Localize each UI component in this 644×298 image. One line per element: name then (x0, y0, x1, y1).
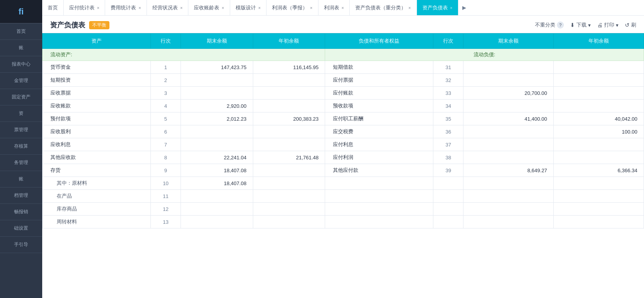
table-row: 货币资金 1 147,423.75 116,145.95 短期借款 31 (43, 61, 644, 74)
year-start-amount2: 100.00 (554, 125, 644, 138)
tab-close-balance[interactable]: × (450, 5, 453, 10)
row-number2 (433, 177, 463, 190)
tab-ar-aging[interactable]: 应收账龄表 × (188, 0, 230, 16)
row-number2: 32 (433, 74, 463, 87)
period-end-amount: 22,241.04 (181, 151, 253, 164)
liability-label: 其他应付款 (325, 164, 433, 177)
year-start-amount2 (554, 151, 644, 164)
year-start-amount2 (554, 138, 644, 151)
period-end-amount (181, 203, 253, 216)
period-end-amount2 (463, 61, 554, 74)
asset-label: 应收账款 (43, 100, 151, 112)
table-row: 在产品 11 (43, 190, 644, 203)
asset-label: 短期投资 (43, 74, 151, 87)
header-period-end2: 期末余额 (463, 34, 554, 49)
tab-payable-stats[interactable]: 应付统计表 × (64, 0, 105, 16)
period-end-amount2: 20,700.00 (463, 87, 554, 100)
table-row: 预付款项 5 2,012.23 200,383.23 应付职工薪酬 35 41,… (43, 112, 644, 125)
liability-label: 短期借款 (325, 61, 433, 74)
tab-close-payable-stats[interactable]: × (97, 5, 99, 10)
tab-close-operations[interactable]: × (180, 5, 182, 10)
sidebar-item-home[interactable]: 首页 (0, 23, 42, 40)
sidebar-item-settings[interactable]: 础设置 (0, 220, 42, 237)
period-end-amount (181, 74, 253, 87)
period-end-amount2 (463, 138, 554, 151)
asset-label: 其他应收款 (43, 151, 151, 164)
header-assets: 资产 (43, 34, 151, 49)
sidebar-item-expense[interactable]: 畅报销 (0, 204, 42, 220)
sidebar: fi 首页 账 报表中心 金管理 固定资产 资 票管理 存核算 务管理 账 档管… (0, 0, 42, 298)
tab-close-ar-aging[interactable]: × (222, 5, 224, 10)
liability-label (325, 216, 433, 228)
header-row-num2: 行次 (433, 34, 463, 49)
row-number2: 31 (433, 61, 463, 74)
sidebar-item-affairs[interactable]: 务管理 (0, 155, 42, 171)
year-start-amount2 (554, 74, 644, 87)
row-number2: 34 (433, 100, 463, 112)
period-end-amount2 (463, 100, 554, 112)
tab-close-template[interactable]: × (258, 5, 261, 10)
liability-label: 应付票据 (325, 74, 433, 87)
row-number2: 38 (433, 151, 463, 164)
print-icon: 🖨 (597, 22, 603, 28)
tab-profit-quarterly[interactable]: 利润表（季报） × (267, 0, 318, 16)
year-start-amount: 200,383.23 (253, 112, 325, 125)
period-end-amount: 2,012.23 (181, 112, 253, 125)
tab-balance-reclassify[interactable]: 资产负债表（重分类） × (350, 0, 417, 16)
balance-sheet-table: 资产 行次 期末余额 年初余额 负债和所有者权益 行次 期末余额 年初余额 流动… (42, 33, 644, 228)
tab-close-balance-reclassify[interactable]: × (408, 5, 411, 10)
row-number2: 33 (433, 87, 463, 100)
year-start-amount2 (554, 203, 644, 216)
download-icon: ⬇ (570, 22, 575, 28)
tab-scroll-right[interactable]: ▶ (458, 5, 470, 11)
help-icon[interactable]: ? (557, 21, 564, 29)
sidebar-item-fund-mgmt[interactable]: 金管理 (0, 73, 42, 89)
sidebar-item-archive[interactable]: 档管理 (0, 187, 42, 204)
sidebar-item-invest[interactable]: 资 (0, 105, 42, 122)
row-number2: 35 (433, 112, 463, 125)
tab-bar: 首页 应付统计表 × 费用统计表 × 经营状况表 × 应收账龄表 × 模版设计 … (42, 0, 644, 16)
sidebar-item-ticket-mgmt[interactable]: 票管理 (0, 122, 42, 138)
row-number2 (433, 190, 463, 203)
print-btn[interactable]: 🖨 打印 ▾ (597, 21, 619, 29)
tab-expense-stats[interactable]: 费用统计表 × (105, 0, 147, 16)
period-end-amount (181, 138, 253, 151)
tab-operations[interactable]: 经营状况表 × (147, 0, 188, 16)
header-period-end: 期末余额 (181, 34, 253, 49)
period-end-amount2 (463, 190, 554, 203)
period-end-amount: 18,407.08 (181, 164, 253, 177)
asset-label: 货币资金 (43, 61, 151, 74)
row-number: 6 (151, 125, 181, 138)
sidebar-item-account[interactable]: 账 (0, 40, 42, 56)
tab-profit[interactable]: 利润表 × (318, 0, 350, 16)
year-start-amount2 (554, 87, 644, 100)
tab-close-profit-quarterly[interactable]: × (310, 5, 312, 10)
asset-label: 预付款项 (43, 112, 151, 125)
table-header-row: 资产 行次 期末余额 年初余额 负债和所有者权益 行次 期末余额 年初余额 (43, 34, 644, 49)
sidebar-item-inventory[interactable]: 存核算 (0, 138, 42, 155)
no-reclassify-btn[interactable]: 不重分类 ? (535, 21, 564, 29)
year-start-amount (253, 190, 325, 203)
page-title: 资产负债表 (50, 20, 85, 30)
sidebar-item-ledger[interactable]: 账 (0, 171, 42, 187)
sidebar-item-fixed-assets[interactable]: 固定资产 (0, 89, 42, 105)
row-number: 13 (151, 216, 181, 228)
sidebar-item-guide[interactable]: 手引导 (0, 237, 42, 253)
download-btn[interactable]: ⬇ 下载 ▾ (570, 21, 591, 29)
tab-template[interactable]: 模版设计 × (230, 0, 267, 16)
row-number: 4 (151, 100, 181, 112)
asset-label: 库存商品 (43, 203, 151, 216)
sidebar-item-report-center[interactable]: 报表中心 (0, 56, 42, 73)
row-number2: 36 (433, 125, 463, 138)
header-actions: 不重分类 ? ⬇ 下载 ▾ 🖨 打印 ▾ ↺ 刷 (535, 21, 636, 29)
tab-balance[interactable]: 资产负债表 × (417, 0, 458, 16)
asset-label: 在产品 (43, 190, 151, 203)
tab-home[interactable]: 首页 (42, 0, 64, 16)
tab-close-profit[interactable]: × (342, 5, 344, 10)
download-chevron-icon: ▾ (588, 22, 591, 28)
year-start-amount (253, 87, 325, 100)
refresh-btn[interactable]: ↺ 刷 (625, 21, 636, 29)
liability-label (325, 203, 433, 216)
row-number: 3 (151, 87, 181, 100)
tab-close-expense-stats[interactable]: × (138, 5, 141, 10)
